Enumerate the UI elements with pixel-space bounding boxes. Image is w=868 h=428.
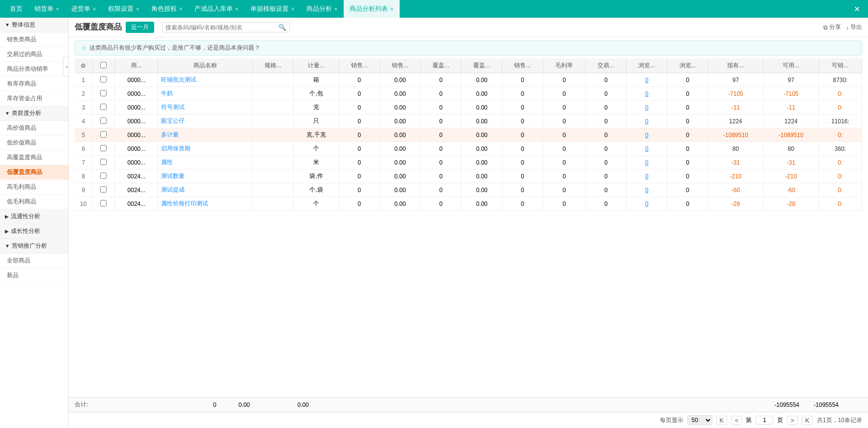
row-name[interactable]: 属性价格打印测试 (158, 197, 253, 211)
export-button[interactable]: ↓ 导出 (846, 23, 862, 31)
time-filter-recent-month[interactable]: 近一月 (126, 22, 154, 33)
row-name[interactable]: 眼宝公仔 (158, 114, 253, 128)
sidebar-item-high-coverage[interactable]: 高覆盖度商品 (0, 150, 68, 165)
row-sales-c: 0 (502, 101, 543, 114)
nav-role-auth[interactable]: 角色授权 ✕ (145, 0, 189, 18)
sidebar-section-cluster[interactable]: ▼ 类群度分析 (0, 106, 68, 121)
row-checkbox[interactable] (100, 145, 107, 151)
sidebar-item-low-value[interactable]: 低价值商品 (0, 136, 68, 150)
row-spec (253, 142, 294, 156)
row-browse1[interactable]: 0 (626, 114, 667, 128)
row-browse1[interactable]: 0 (626, 73, 667, 87)
close-product-analysis-list[interactable]: ✕ (390, 6, 394, 12)
row-checkbox[interactable] (100, 117, 107, 124)
nav-product-analysis-list[interactable]: 商品分析列表 ✕ (344, 0, 400, 18)
row-checkbox-cell (92, 73, 115, 87)
sidebar-item-stock-products[interactable]: 有库存商品 (0, 77, 68, 91)
prev-page-button[interactable]: < (731, 416, 742, 425)
row-browse1[interactable]: 0 (626, 170, 667, 183)
nav-global-close[interactable]: ✕ (850, 4, 864, 14)
row-name[interactable]: 测试数量 (158, 170, 253, 183)
close-role-auth[interactable]: ✕ (179, 6, 183, 12)
sidebar-collapse-button[interactable]: « (63, 57, 69, 77)
row-sales-c: 0 (502, 114, 543, 128)
nav-product-inbound[interactable]: 产成品入库单 ✕ (189, 0, 244, 18)
row-cov1: 0 (421, 128, 461, 142)
nav-product-analysis[interactable]: 商品分析 ✕ (300, 0, 344, 18)
page-number-input[interactable] (756, 416, 773, 425)
nav-permissions[interactable]: 权限设置 ✕ (102, 0, 145, 18)
settings-icon[interactable]: ⚙ (81, 62, 86, 69)
close-template-settings[interactable]: ✕ (291, 6, 295, 12)
select-all-checkbox[interactable] (100, 62, 107, 68)
close-purchase-order[interactable]: ✕ (92, 6, 96, 12)
row-name[interactable]: 牛奶 (158, 87, 253, 101)
row-checkbox[interactable] (100, 200, 107, 206)
row-checkbox[interactable] (100, 172, 107, 179)
row-checkbox[interactable] (100, 186, 107, 193)
sidebar-item-traded-products[interactable]: 交易过的商品 (0, 47, 68, 62)
sidebar-item-low-coverage[interactable]: 低覆盖度商品 (0, 165, 68, 180)
sidebar-item-low-margin[interactable]: 低毛利商品 (0, 195, 68, 209)
row-browse1[interactable]: 0 (626, 183, 667, 197)
row-sales-c: 0 (502, 170, 543, 183)
row-sales-c: 0 (502, 197, 543, 211)
close-sales-order[interactable]: ✕ (55, 6, 59, 12)
row-unit: 个 (294, 142, 339, 156)
close-permissions[interactable]: ✕ (136, 6, 139, 12)
row-checkbox[interactable] (100, 90, 107, 96)
sidebar-section-overall[interactable]: ▼ 整体信息 (0, 18, 68, 32)
row-browse1[interactable]: 0 (626, 197, 667, 211)
sidebar-item-capital-occupation[interactable]: 库存资金占用 (0, 91, 68, 106)
row-name[interactable]: 属性 (158, 156, 253, 170)
table-row: 5 0000... 多计量 克,千克 0 0.00 0 0.00 0 0 0 0… (75, 128, 862, 142)
close-product-inbound[interactable]: ✕ (235, 6, 239, 12)
sidebar-section-circulation[interactable]: ▶ 流通性分析 (0, 209, 68, 224)
sidebar-item-category-rate[interactable]: 商品分类动销率 (0, 62, 68, 77)
row-checkbox[interactable] (100, 131, 107, 138)
row-checkbox[interactable] (100, 159, 107, 165)
last-page-button[interactable]: K (802, 416, 813, 425)
row-spec (253, 197, 294, 211)
table-row: 3 0000... 符号测试 克 0 0.00 0 0.00 0 0 0 0 0… (75, 101, 862, 114)
row-unit: 克 (294, 101, 339, 114)
row-browse1[interactable]: 0 (626, 101, 667, 114)
sidebar-item-all-products[interactable]: 全部商品 (0, 254, 68, 268)
sidebar-item-new-products[interactable]: 新品 (0, 268, 68, 283)
nav-purchase-order[interactable]: 进货单 ✕ (65, 0, 102, 18)
sidebar-section-growth[interactable]: ▶ 成长性分析 (0, 224, 68, 239)
row-browse1[interactable]: 0 (626, 142, 667, 156)
row-num: 10 (75, 197, 92, 211)
row-available: -28 (763, 197, 819, 211)
row-name[interactable]: 多计量 (158, 128, 253, 142)
share-button[interactable]: ⧉ 分享 (823, 23, 841, 31)
col-saleable: 可销... (818, 58, 862, 73)
table-container[interactable]: ⚙ 商... 商品名称 规格... 计量... 销售... 销售... 覆盖..… (69, 58, 868, 397)
search-input[interactable] (165, 24, 278, 31)
row-browse1[interactable]: 0 (626, 128, 667, 142)
row-name[interactable]: 测试提成 (158, 183, 253, 197)
col-settings[interactable]: ⚙ (75, 58, 92, 73)
row-name[interactable]: 旺辅批次测试 (158, 73, 253, 87)
close-product-analysis[interactable]: ✕ (334, 6, 338, 12)
nav-home[interactable]: 首页 (4, 0, 28, 18)
sidebar-item-high-value[interactable]: 高价值商品 (0, 121, 68, 136)
row-name[interactable]: 符号测试 (158, 101, 253, 114)
row-checkbox-cell (92, 197, 115, 211)
nav-sales-order[interactable]: 销货单 ✕ (28, 0, 65, 18)
row-cov1: 0 (421, 142, 461, 156)
sidebar-item-sales-products[interactable]: 销售类商品 (0, 32, 68, 47)
row-sales-amt: 0.00 (380, 87, 420, 101)
next-page-button[interactable]: > (787, 416, 798, 425)
row-browse1[interactable]: 0 (626, 156, 667, 170)
nav-template-settings[interactable]: 单据模板设置 ✕ (244, 0, 300, 18)
first-page-button[interactable]: K (716, 416, 728, 425)
search-icon[interactable]: 🔍 (278, 24, 286, 31)
row-checkbox[interactable] (100, 104, 107, 110)
sidebar-section-marketing[interactable]: ▼ 营销推广分析 (0, 239, 68, 254)
sidebar-item-high-margin[interactable]: 高毛利商品 (0, 180, 68, 195)
row-browse1[interactable]: 0 (626, 87, 667, 101)
row-checkbox[interactable] (100, 76, 107, 83)
page-size-select[interactable]: 50 20 100 (687, 415, 712, 425)
row-name[interactable]: 启用保质期 (158, 142, 253, 156)
